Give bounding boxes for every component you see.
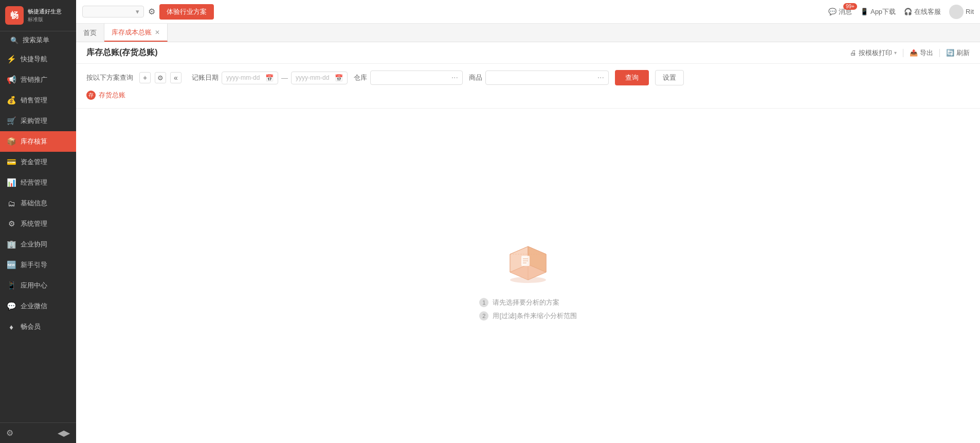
tab-home[interactable]: 首页 <box>76 24 104 42</box>
scheme-item-label: 存货总账 <box>99 91 125 100</box>
header-gear-icon[interactable]: ⚙ <box>148 7 155 16</box>
print-dropdown-icon[interactable]: ▾ <box>894 50 897 56</box>
sidebar-item-label: 营销推广 <box>21 75 47 84</box>
sidebar-item-label: 应用中心 <box>21 281 47 290</box>
header-search-input[interactable]: ▾ <box>82 6 144 17</box>
warehouse-more-icon[interactable]: ··· <box>451 73 458 82</box>
empty-illustration: 1 请先选择要分析的方案 2 用[过滤]条件来缩小分析范围 <box>479 231 576 321</box>
finance-icon: 💳 <box>6 157 16 167</box>
system-icon: ⚙ <box>6 219 16 229</box>
tab-inventory-cost-label: 库存成本总账 <box>112 28 152 37</box>
tab-inventory-cost[interactable]: 库存成本总账 ✕ <box>104 24 168 42</box>
scheme-item-inventory[interactable]: 存 存货总账 <box>86 88 970 102</box>
sidebar-item-quick-nav[interactable]: ⚡ 快捷导航 <box>0 49 76 69</box>
sidebar-item-label: 库存核算 <box>21 137 47 146</box>
export-icon: 📤 <box>910 49 918 57</box>
trial-button[interactable]: 体验行业方案 <box>159 4 214 20</box>
step-1-num: 1 <box>479 298 488 307</box>
product-more-icon[interactable]: ··· <box>597 73 604 82</box>
sidebar-item-marketing[interactable]: 📢 营销推广 <box>0 69 76 90</box>
sidebar-item-purchase[interactable]: 🛒 采购管理 <box>0 111 76 131</box>
sidebar-item-appstore[interactable]: 📱 应用中心 <box>0 275 76 296</box>
sidebar-item-label: 资金管理 <box>21 157 47 167</box>
tab-home-label: 首页 <box>83 28 97 38</box>
export-button[interactable]: 📤 导出 <box>910 48 933 58</box>
message-button[interactable]: 💬 消息 99+ <box>828 7 852 16</box>
appstore-icon: 📱 <box>6 280 16 291</box>
sidebar-item-label: 畅会员 <box>21 322 41 331</box>
filter-settings-button[interactable]: ⚙ <box>155 72 166 83</box>
sidebar-item-finance[interactable]: 💳 资金管理 <box>0 152 76 172</box>
purchase-icon: 🛒 <box>6 116 16 126</box>
page-title: 库存总账(存货总账) <box>86 47 158 58</box>
tab-close-icon[interactable]: ✕ <box>155 29 160 36</box>
app-subtitle: 标准版 <box>28 16 62 23</box>
headset-icon: 🎧 <box>904 8 912 15</box>
marketing-icon: 📢 <box>6 75 16 85</box>
step-1-text: 请先选择要分析的方案 <box>493 298 559 307</box>
sidebar-item-label: 经营管理 <box>21 178 47 187</box>
calendar-from-icon[interactable]: 📅 <box>265 74 274 82</box>
sidebar-item-label: 采购管理 <box>21 116 47 126</box>
sidebar-item-guide[interactable]: 🆕 新手引导 <box>0 255 76 275</box>
main-content: ▾ ⚙ 体验行业方案 💬 消息 99+ 📱 App下载 🎧 在线客服 Rit <box>76 0 980 443</box>
sales-icon: 💰 <box>6 95 16 105</box>
refresh-icon: 🔄 <box>946 49 954 57</box>
filter-add-button[interactable]: + <box>139 72 151 83</box>
sidebar-item-enterprise[interactable]: 🏢 企业协同 <box>0 234 76 255</box>
empty-box-illustration <box>500 231 556 288</box>
date-field-label: 记账日期 <box>192 73 219 82</box>
sidebar: 畅 畅捷通好生意 标准版 🔍 搜索菜单 ⚡ 快捷导航 📢 营销推广 💰 销售管理… <box>0 0 76 443</box>
sidebar-item-sales[interactable]: 💰 销售管理 <box>0 90 76 111</box>
warehouse-input[interactable]: ··· <box>370 70 463 85</box>
refresh-button[interactable]: 🔄 刷新 <box>946 48 970 58</box>
page-header-actions: 🖨 按模板打印 ▾ 📤 导出 🔄 刷新 <box>850 48 970 58</box>
sidebar-item-vip[interactable]: ♦ 畅会员 <box>0 316 76 337</box>
sidebar-footer: ⚙ ◀▶ <box>0 422 76 443</box>
warehouse-field-group: 仓库 ··· <box>354 70 463 85</box>
quick-nav-icon: ⚡ <box>6 54 16 64</box>
query-button[interactable]: 查询 <box>615 70 649 85</box>
print-template-button[interactable]: 🖨 按模板打印 ▾ <box>850 48 897 58</box>
filter-area: 按以下方案查询 + ⚙ « 记账日期 yyyy-mm-dd 📅 — <box>76 64 980 109</box>
sidebar-item-basic[interactable]: 🗂 基础信息 <box>0 193 76 214</box>
app-download-button[interactable]: 📱 App下载 <box>860 7 896 16</box>
product-input[interactable]: ··· <box>485 70 609 85</box>
sidebar-nav: ⚡ 快捷导航 📢 营销推广 💰 销售管理 🛒 采购管理 📦 库存核算 💳 资金管… <box>0 49 76 422</box>
search-menu[interactable]: 🔍 搜索菜单 <box>0 31 76 49</box>
online-service-button[interactable]: 🎧 在线客服 <box>904 7 941 16</box>
toggle-sidebar-btn[interactable]: ◀▶ <box>58 428 70 438</box>
step-2-num: 2 <box>479 311 488 321</box>
filter-collapse-button[interactable]: « <box>170 72 182 83</box>
sidebar-item-label: 新手引导 <box>21 260 47 270</box>
filter-fields: 记账日期 yyyy-mm-dd 📅 — yyyy-mm-dd 📅 <box>192 70 970 85</box>
message-badge: 99+ <box>843 3 857 10</box>
print-icon: 🖨 <box>850 49 857 57</box>
header-left: ▾ ⚙ 体验行业方案 <box>82 4 214 20</box>
sidebar-item-operation[interactable]: 📊 经营管理 <box>0 172 76 193</box>
header-dropdown-arrow-icon[interactable]: ▾ <box>136 8 139 15</box>
empty-step-2: 2 用[过滤]条件来缩小分析范围 <box>479 311 576 321</box>
sidebar-item-label: 基础信息 <box>21 199 47 208</box>
sidebar-item-wechat[interactable]: 💬 企业微信 <box>0 296 76 316</box>
sidebar-item-inventory[interactable]: 📦 库存核算 <box>0 131 76 152</box>
settings-footer-btn[interactable]: ⚙ <box>6 428 13 438</box>
filter-row: 按以下方案查询 + ⚙ « 记账日期 yyyy-mm-dd 📅 — <box>86 70 970 85</box>
search-menu-label: 搜索菜单 <box>23 36 49 45</box>
step-2-text: 用[过滤]条件来缩小分析范围 <box>493 311 576 321</box>
content-area: 库存总账(存货总账) 🖨 按模板打印 ▾ 📤 导出 🔄 刷新 <box>76 42 980 443</box>
app-logo-icon: 畅 <box>5 6 24 25</box>
online-service-label: 在线客服 <box>914 7 941 16</box>
empty-state: 1 请先选择要分析的方案 2 用[过滤]条件来缩小分析范围 <box>76 109 980 443</box>
user-profile[interactable]: Rit <box>949 5 974 19</box>
sidebar-item-system[interactable]: ⚙ 系统管理 <box>0 214 76 234</box>
calendar-to-icon[interactable]: 📅 <box>335 74 343 82</box>
date-to-input[interactable]: yyyy-mm-dd 📅 <box>291 72 348 84</box>
filter-actions: + ⚙ « <box>139 72 182 83</box>
divider <box>939 49 940 57</box>
date-from-input[interactable]: yyyy-mm-dd 📅 <box>222 72 278 84</box>
app-title: 畅捷通好生意 <box>28 8 62 15</box>
sidebar-item-label: 快捷导航 <box>21 55 47 64</box>
filter-settings-btn[interactable]: 设置 <box>655 70 684 85</box>
divider <box>903 49 903 57</box>
